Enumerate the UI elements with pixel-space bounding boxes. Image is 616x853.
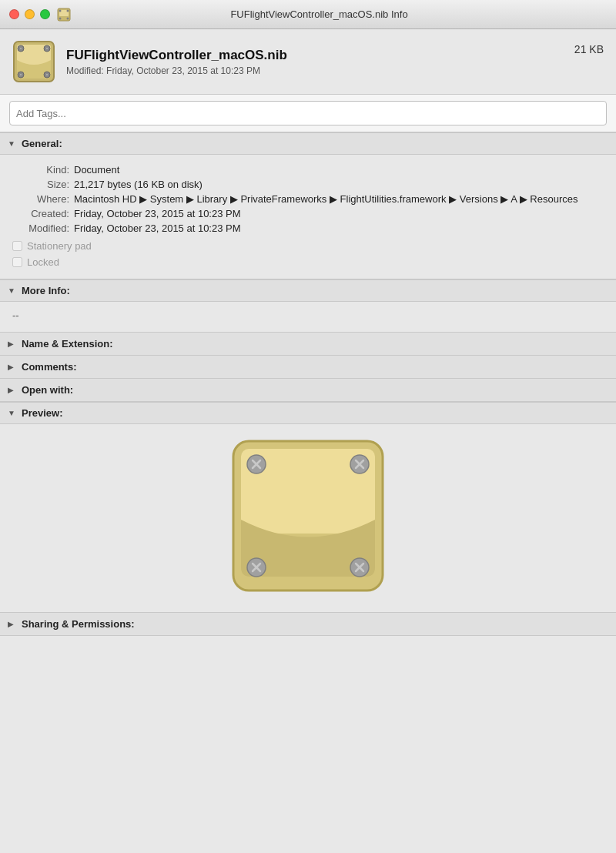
titlebar-file-icon: [56, 7, 72, 22]
created-value: Friday, October 23, 2015 at 10:23 PM: [74, 206, 604, 221]
general-info-table: Kind: Document Size: 21,217 bytes (16 KB…: [12, 162, 604, 236]
tags-input[interactable]: [9, 101, 607, 125]
minimize-button[interactable]: [25, 9, 35, 19]
size-row: Size: 21,217 bytes (16 KB on disk): [12, 177, 604, 192]
locked-label: Locked: [27, 256, 59, 268]
preview-file-icon: [227, 435, 389, 597]
modified-row-label: Modified:: [12, 221, 74, 236]
where-label: Where:: [12, 192, 74, 206]
general-section-header[interactable]: ▼ General:: [0, 132, 616, 155]
tags-section: [0, 95, 616, 132]
general-section-label: General:: [22, 138, 62, 149]
where-row: Where: Macintosh HD ▶ System ▶ Library ▶…: [12, 192, 604, 206]
main-content: FUFlightViewController_macOS.nib Modifie…: [0, 29, 616, 853]
more-info-section-label: More Info:: [22, 285, 70, 296]
modified-row: Modified: Friday, October 23, 2015 at 10…: [12, 221, 604, 236]
stationery-pad-checkbox[interactable]: [12, 241, 22, 251]
more-info-content: --: [12, 309, 19, 321]
locked-row: Locked: [12, 256, 604, 268]
more-info-triangle-icon: ▼: [8, 286, 17, 295]
comments-section-header[interactable]: ▶ Comments:: [0, 356, 616, 379]
stationery-pad-label: Stationery pad: [27, 240, 92, 252]
svg-point-3: [67, 9, 69, 12]
general-section-body: Kind: Document Size: 21,217 bytes (16 KB…: [0, 155, 616, 279]
created-row: Created: Friday, October 23, 2015 at 10:…: [12, 206, 604, 221]
kind-label: Kind:: [12, 162, 74, 177]
file-modified: Modified: Friday, October 23, 2015 at 10…: [66, 65, 564, 76]
comments-triangle-icon: ▶: [8, 363, 17, 371]
size-label: Size:: [12, 177, 74, 192]
file-header: FUFlightViewController_macOS.nib Modifie…: [0, 29, 616, 95]
name-extension-section-header[interactable]: ▶ Name & Extension:: [0, 333, 616, 356]
sharing-section-label: Sharing & Permissions:: [22, 618, 135, 630]
svg-point-2: [59, 9, 62, 12]
preview-triangle-icon: ▼: [8, 409, 17, 417]
file-name: FUFlightViewController_macOS.nib: [66, 47, 564, 64]
traffic-lights: [9, 9, 50, 19]
name-extension-triangle-icon: ▶: [8, 340, 17, 348]
open-with-section-header[interactable]: ▶ Open with:: [0, 379, 616, 402]
where-value: Macintosh HD ▶ System ▶ Library ▶ Privat…: [74, 192, 604, 206]
modified-label: Modified:: [66, 65, 104, 76]
maximize-button[interactable]: [40, 9, 50, 19]
stationery-pad-row: Stationery pad: [12, 240, 604, 252]
general-triangle-icon: ▼: [8, 139, 17, 148]
file-size: 21 KB: [574, 43, 604, 55]
file-icon: [12, 40, 55, 83]
size-value: 21,217 bytes (16 KB on disk): [74, 177, 604, 192]
created-label: Created:: [12, 206, 74, 221]
file-info: FUFlightViewController_macOS.nib Modifie…: [66, 47, 564, 76]
sharing-triangle-icon: ▶: [8, 620, 17, 628]
svg-point-5: [67, 17, 69, 19]
modified-row-value: Friday, October 23, 2015 at 10:23 PM: [74, 221, 604, 236]
open-with-triangle-icon: ▶: [8, 386, 17, 394]
more-info-section-header[interactable]: ▼ More Info:: [0, 279, 616, 302]
window-title: FUFlightViewController_macOS.nib Info: [78, 8, 561, 20]
comments-section-label: Comments:: [22, 361, 77, 373]
open-with-section-label: Open with:: [22, 384, 73, 396]
locked-checkbox[interactable]: [12, 257, 22, 267]
preview-section-header[interactable]: ▼ Preview:: [0, 402, 616, 424]
close-button[interactable]: [9, 9, 19, 19]
preview-section-body: [0, 424, 616, 613]
modified-value: Friday, October 23, 2015 at 10:23 PM: [106, 65, 260, 76]
more-info-section-body: --: [0, 302, 616, 333]
titlebar: FUFlightViewController_macOS.nib Info: [0, 0, 616, 29]
preview-section-label: Preview:: [22, 407, 62, 419]
name-extension-section-label: Name & Extension:: [22, 338, 112, 350]
kind-value: Document: [74, 162, 604, 177]
svg-point-4: [59, 17, 62, 19]
kind-row: Kind: Document: [12, 162, 604, 177]
sharing-permissions-section-header[interactable]: ▶ Sharing & Permissions:: [0, 613, 616, 636]
